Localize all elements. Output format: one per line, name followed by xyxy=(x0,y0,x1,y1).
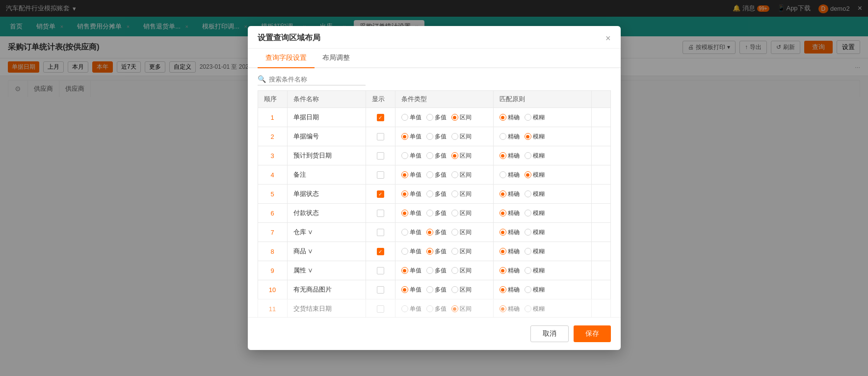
radio-multiple-7[interactable]: 多值 xyxy=(426,228,447,237)
radio-range-2[interactable]: 区间 xyxy=(451,133,472,141)
radio-exact-8[interactable]: 精确 xyxy=(500,247,520,256)
radio-single-6[interactable]: 单值 xyxy=(401,209,421,217)
radio-single-5[interactable]: 单值 xyxy=(401,190,421,198)
radio-group-match-1: 精确 模糊 xyxy=(500,113,545,122)
radio-exact-6[interactable]: 精确 xyxy=(500,209,520,217)
radio-dot-selected xyxy=(525,171,531,178)
radio-range-8[interactable]: 区间 xyxy=(451,247,472,256)
radio-single-7[interactable]: 单值 xyxy=(401,228,421,237)
cell-match-5: 精确 模糊 xyxy=(494,185,592,203)
radio-dot xyxy=(525,210,531,216)
radio-range-11[interactable]: 区间 xyxy=(451,305,472,313)
cancel-button[interactable]: 取消 xyxy=(530,325,569,342)
radio-group-type-6: 单值 多值 区间 xyxy=(401,209,472,217)
radio-fuzzy-5[interactable]: 模糊 xyxy=(525,190,545,198)
radio-fuzzy-7[interactable]: 模糊 xyxy=(525,228,545,237)
radio-single-4[interactable]: 单值 xyxy=(401,171,421,179)
checkbox-4[interactable] xyxy=(377,171,384,179)
radio-multiple-5[interactable]: 多值 xyxy=(426,190,447,198)
conditions-table: 顺序 条件名称 显示 条件类型 匹配原则 1 单据日期 单值 多值 区间 xyxy=(258,90,611,317)
checkbox-7[interactable] xyxy=(377,229,384,236)
cell-match-2: 精确 模糊 xyxy=(494,127,592,146)
radio-multiple-8[interactable]: 多值 xyxy=(426,247,447,256)
radio-multiple-9[interactable]: 多值 xyxy=(426,267,447,275)
radio-single-2[interactable]: 单值 xyxy=(401,133,421,141)
radio-multiple-10[interactable]: 多值 xyxy=(426,286,447,294)
radio-range-9[interactable]: 区间 xyxy=(451,267,472,275)
checkbox-8[interactable] xyxy=(377,248,384,255)
radio-fuzzy-3[interactable]: 模糊 xyxy=(525,152,545,160)
radio-range-4[interactable]: 区间 xyxy=(451,171,472,179)
radio-exact-2[interactable]: 精确 xyxy=(500,133,520,141)
radio-fuzzy-4[interactable]: 模糊 xyxy=(525,171,545,179)
radio-fuzzy-8[interactable]: 模糊 xyxy=(525,247,545,256)
cell-match-6: 精确 模糊 xyxy=(494,204,592,222)
radio-dot-selected xyxy=(451,114,458,121)
cell-name-5: 单据状态 xyxy=(288,185,366,203)
radio-range-7[interactable]: 区间 xyxy=(451,228,472,237)
cell-display-6 xyxy=(366,204,395,222)
radio-range-5[interactable]: 区间 xyxy=(451,190,472,198)
radio-range-10[interactable]: 区间 xyxy=(451,286,472,294)
cell-name-1: 单据日期 xyxy=(288,108,366,127)
radio-range-3[interactable]: 区间 xyxy=(451,152,472,160)
radio-exact-1[interactable]: 精确 xyxy=(500,113,520,122)
radio-dot-selected xyxy=(500,267,506,274)
radio-fuzzy-1[interactable]: 模糊 xyxy=(525,113,545,122)
dialog-close-button[interactable]: × xyxy=(605,34,611,43)
save-button[interactable]: 保存 xyxy=(574,325,611,342)
radio-dot xyxy=(426,114,433,121)
checkbox-9[interactable] xyxy=(377,267,384,274)
radio-single-3[interactable]: 单值 xyxy=(401,152,421,160)
radio-range-1[interactable]: 区间 xyxy=(451,113,472,122)
radio-fuzzy-9[interactable]: 模糊 xyxy=(525,267,545,275)
radio-exact-10[interactable]: 精确 xyxy=(500,286,520,294)
radio-exact-3[interactable]: 精确 xyxy=(500,152,520,160)
radio-exact-9[interactable]: 精确 xyxy=(500,267,520,275)
checkbox-6[interactable] xyxy=(377,210,384,217)
cell-match-1: 精确 模糊 xyxy=(494,108,592,127)
radio-fuzzy-11[interactable]: 模糊 xyxy=(525,305,545,313)
checkbox-1[interactable] xyxy=(377,114,384,121)
radio-dot xyxy=(451,171,458,178)
checkbox-10[interactable] xyxy=(377,286,384,294)
radio-fuzzy-10[interactable]: 模糊 xyxy=(525,286,545,294)
radio-fuzzy-6[interactable]: 模糊 xyxy=(525,209,545,217)
radio-single-10[interactable]: 单值 xyxy=(401,286,421,294)
cell-match-8: 精确 模糊 xyxy=(494,242,592,261)
radio-exact-4[interactable]: 精确 xyxy=(500,171,520,179)
radio-dot-selected xyxy=(500,248,506,255)
radio-single-9[interactable]: 单值 xyxy=(401,267,421,275)
radio-multiple-2[interactable]: 多值 xyxy=(426,133,447,141)
radio-range-6[interactable]: 区间 xyxy=(451,209,472,217)
tab-query-fields[interactable]: 查询字段设置 xyxy=(258,49,315,68)
checkbox-3[interactable] xyxy=(377,152,384,160)
radio-fuzzy-2[interactable]: 模糊 xyxy=(525,133,545,141)
radio-exact-5[interactable]: 精确 xyxy=(500,190,520,198)
checkbox-11[interactable] xyxy=(377,305,384,313)
tab-layout-adjust[interactable]: 布局调整 xyxy=(315,49,358,68)
radio-group-match-5: 精确 模糊 xyxy=(500,190,545,198)
cell-order-7: 7 xyxy=(258,223,288,242)
radio-exact-11[interactable]: 精确 xyxy=(500,305,520,313)
cell-type-1: 单值 多值 区间 xyxy=(395,108,494,127)
checkbox-5[interactable] xyxy=(377,190,384,198)
radio-group-type-1: 单值 多值 区间 xyxy=(401,113,472,122)
radio-single-1[interactable]: 单值 xyxy=(401,113,421,122)
col-name: 条件名称 xyxy=(288,91,366,107)
radio-multiple-3[interactable]: 多值 xyxy=(426,152,447,160)
radio-single-11[interactable]: 单值 xyxy=(401,305,421,313)
radio-multiple-4[interactable]: 多值 xyxy=(426,171,447,179)
cell-order-3: 3 xyxy=(258,146,288,165)
checkbox-2[interactable] xyxy=(377,133,384,140)
table-row: 8 商品 ∨ 单值 多值 区间 精确 模糊 xyxy=(258,242,611,261)
cell-match-7: 精确 模糊 xyxy=(494,223,592,242)
radio-multiple-1[interactable]: 多值 xyxy=(426,113,447,122)
cell-name-11: 交货结束日期 xyxy=(288,299,366,317)
search-input[interactable] xyxy=(269,76,357,83)
radio-multiple-6[interactable]: 多值 xyxy=(426,209,447,217)
radio-single-8[interactable]: 单值 xyxy=(401,247,421,256)
cell-name-9: 属性 ∨ xyxy=(288,261,366,280)
radio-exact-7[interactable]: 精确 xyxy=(500,228,520,237)
radio-multiple-11[interactable]: 多值 xyxy=(426,305,447,313)
